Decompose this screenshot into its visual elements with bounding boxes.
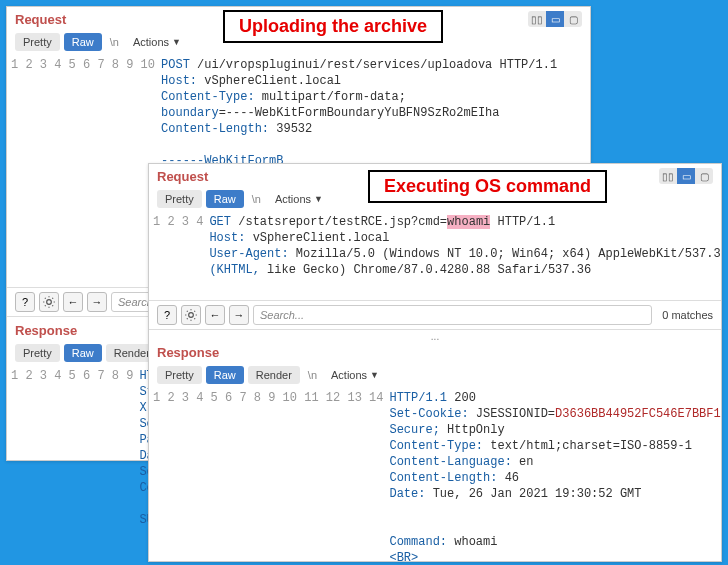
chevron-down-icon: ▼ [172,37,181,47]
actions-dropdown[interactable]: Actions ▼ [269,190,329,208]
burp-editor-exec: Request ▯▯ ▭ ▢ Pretty Raw \n Actions ▼ 1… [148,163,722,562]
response-header: Response [149,343,721,362]
tab-raw[interactable]: Raw [206,366,244,384]
actions-label: Actions [331,369,367,381]
view-columns-icon[interactable]: ▯▯ [659,168,677,184]
gear-icon[interactable] [181,305,201,325]
actions-dropdown[interactable]: Actions ▼ [325,366,385,384]
tab-render[interactable]: Render [248,366,300,384]
actions-label: Actions [275,193,311,205]
chevron-down-icon: ▼ [370,370,379,380]
view-split-icon[interactable]: ▭ [546,11,564,27]
match-count: 0 matches [656,309,713,321]
view-columns-icon[interactable]: ▯▯ [528,11,546,27]
annotation-exec: Executing OS command [368,170,607,203]
help-icon[interactable]: ? [157,305,177,325]
request-body[interactable]: 1 2 3 4 GET /statsreport/testRCE.jsp?cmd… [149,212,721,300]
collapsed-indicator: ... [149,330,721,343]
actions-label: Actions [133,36,169,48]
chevron-down-icon: ▼ [314,194,323,204]
response-title: Response [157,345,219,360]
gear-icon[interactable] [39,292,59,312]
search-input[interactable]: Search... [253,305,652,325]
tab-raw[interactable]: Raw [206,190,244,208]
prev-arrow-icon[interactable]: ← [205,305,225,325]
view-single-icon[interactable]: ▢ [695,168,713,184]
tab-pretty[interactable]: Pretty [157,366,202,384]
tab-pretty[interactable]: Pretty [157,190,202,208]
view-toggle: ▯▯ ▭ ▢ [659,168,713,184]
tab-pretty[interactable]: Pretty [15,33,60,51]
search-bar: ? ← → Search... 0 matches [149,300,721,330]
gear-svg [184,308,198,322]
annotation-upload: Uploading the archive [223,10,443,43]
tab-pretty[interactable]: Pretty [15,344,60,362]
tab-raw[interactable]: Raw [64,33,102,51]
request-title: Request [157,169,208,184]
view-single-icon[interactable]: ▢ [564,11,582,27]
response-tabs: Pretty Raw Render \n Actions ▼ [149,362,721,388]
tab-raw[interactable]: Raw [64,344,102,362]
view-split-icon[interactable]: ▭ [677,168,695,184]
help-icon[interactable]: ? [15,292,35,312]
response-body[interactable]: 1 2 3 4 5 6 7 8 9 10 11 12 13 14 HTTP/1.… [149,388,721,565]
newline-toggle[interactable]: \n [304,369,321,381]
prev-arrow-icon[interactable]: ← [63,292,83,312]
next-arrow-icon[interactable]: → [87,292,107,312]
next-arrow-icon[interactable]: → [229,305,249,325]
response-title: Response [15,323,77,338]
gear-svg [42,295,56,309]
newline-toggle[interactable]: \n [106,36,123,48]
request-title: Request [15,12,66,27]
actions-dropdown[interactable]: Actions ▼ [127,33,187,51]
newline-toggle[interactable]: \n [248,193,265,205]
view-toggle: ▯▯ ▭ ▢ [528,11,582,27]
